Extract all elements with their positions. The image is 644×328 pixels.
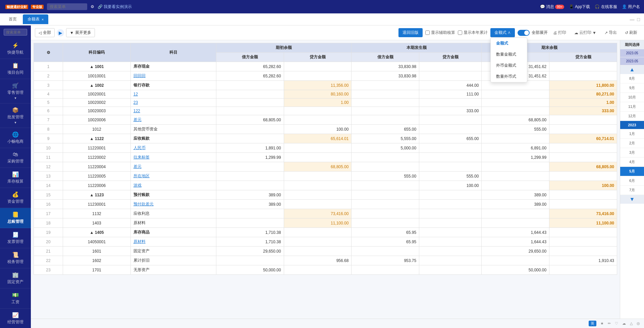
period-month-3[interactable]: 3月 bbox=[620, 148, 644, 157]
tab-balance[interactable]: 余额表 × bbox=[23, 14, 48, 24]
period-year-end[interactable]: 2023.05 bbox=[620, 57, 644, 65]
settings-col-icon[interactable]: ⚙ bbox=[47, 50, 50, 55]
settings-icon[interactable]: ⚙ bbox=[91, 4, 94, 9]
sidebar-item-accounting[interactable]: 📒 总账管理 bbox=[0, 208, 31, 228]
sidebar-item-operations[interactable]: 📈 经营管理 bbox=[0, 309, 31, 328]
period-month-12[interactable]: 12月 bbox=[620, 112, 644, 121]
account-name-cell[interactable]: 122 bbox=[130, 107, 216, 115]
expand-more-btn[interactable]: ▼ 展开更多 bbox=[66, 28, 95, 37]
period-month-10[interactable]: 10月 bbox=[620, 93, 644, 102]
sidebar-item-salary[interactable]: 💵 工资 bbox=[0, 288, 31, 309]
sidebar-item-tax[interactable]: 📜 税务管理 bbox=[0, 248, 31, 268]
demo-link[interactable]: 🔗 我要看实例演示 bbox=[98, 4, 132, 10]
all-filter-btn[interactable]: ◁ 全部 bbox=[35, 28, 55, 37]
account-name-cell[interactable]: 差元 bbox=[130, 115, 216, 125]
status-icon-heart[interactable]: ♡ bbox=[615, 321, 618, 326]
tab-close-btn[interactable]: × bbox=[42, 17, 44, 21]
ob-debit-cell bbox=[216, 99, 284, 107]
sidebar-item-purchase[interactable]: 🛍 采购管理 bbox=[0, 148, 31, 168]
dropdown-item-qty-foreign[interactable]: 数量外币式 bbox=[491, 71, 527, 82]
dropdown-item-foreign-amount[interactable]: 外币金额式 bbox=[491, 60, 527, 71]
status-icon-triangle[interactable]: △ bbox=[630, 321, 633, 326]
status-icon-star[interactable]: ★ bbox=[600, 321, 604, 326]
nav-forward-btn[interactable]: ▶ bbox=[57, 29, 64, 37]
tab-window-minimize[interactable]: — bbox=[630, 17, 635, 22]
export-btn[interactable]: ↗ 导出 bbox=[602, 28, 620, 37]
period-month-7[interactable]: 7月 bbox=[620, 186, 644, 195]
col-cc-header: 贷方金额 bbox=[419, 53, 482, 62]
account-name-cell[interactable]: 原材料 bbox=[130, 237, 216, 247]
account-name-cell[interactable]: 差元 bbox=[130, 162, 216, 172]
cloud-print-btn[interactable]: ☁ 云打印 ▼ bbox=[572, 28, 599, 37]
status-icon-circle[interactable]: ◎ bbox=[637, 321, 640, 326]
period-month-5[interactable]: 5月 bbox=[620, 167, 644, 176]
refresh-icon: ↺ bbox=[625, 30, 628, 35]
online-service-btn[interactable]: 🎧 在线客服 bbox=[595, 4, 617, 10]
account-name-cell[interactable]: 往来标签 bbox=[130, 153, 216, 162]
sidebar-item-fixedassets[interactable]: 🏢 固定资产 bbox=[0, 268, 31, 288]
toggle-on-btn[interactable] bbox=[518, 30, 530, 36]
account-name-cell[interactable]: 12 bbox=[130, 90, 216, 99]
period-month-1[interactable]: 1月 bbox=[620, 129, 644, 139]
period-month-6[interactable]: 6月 bbox=[620, 176, 644, 186]
capital-icon: 💰 bbox=[12, 191, 19, 198]
tab-home[interactable]: 首页 bbox=[4, 14, 21, 24]
account-code-cell: 1701 bbox=[63, 265, 131, 275]
ob-credit-cell bbox=[284, 172, 352, 181]
status-icon-cloud[interactable]: ☁ bbox=[622, 321, 626, 326]
dropdown-item-qty-amount[interactable]: 数量金额式 bbox=[491, 49, 527, 60]
row-num: 23 bbox=[34, 265, 63, 275]
user-avatar[interactable]: 👤 用户名 bbox=[622, 4, 640, 10]
app-download-btn[interactable]: 📱 App下载 bbox=[569, 4, 590, 10]
period-month-8[interactable]: 8月 bbox=[620, 74, 644, 83]
status-icon-lang[interactable]: 英 bbox=[589, 321, 596, 326]
auxiliary-checkbox[interactable] bbox=[425, 30, 430, 35]
period-year-start[interactable]: 2023.05 bbox=[620, 49, 644, 57]
period-up-btn[interactable]: ▲ bbox=[620, 65, 644, 74]
row-num: 6 bbox=[34, 107, 63, 115]
cb-debit-cell bbox=[482, 107, 549, 115]
sidebar-item-wholesale[interactable]: 📦 批发管理 ▼ bbox=[0, 104, 31, 128]
account-name-cell[interactable]: 回回回 bbox=[130, 71, 216, 81]
sidebar-item-retail[interactable]: 🛒 零售管理 ▼ bbox=[0, 79, 31, 104]
return-old-btn[interactable]: 退回旧版 bbox=[398, 28, 423, 37]
cb-credit-cell bbox=[549, 190, 617, 200]
sidebar-item-ecommerce[interactable]: 🌐 小畅电商 bbox=[0, 128, 31, 148]
account-name-cell[interactable]: 预付款差元 bbox=[130, 200, 216, 209]
ob-credit-cell bbox=[284, 62, 352, 71]
amount-style-btn[interactable]: 金额式 ∧ bbox=[490, 28, 515, 37]
ob-debit-cell bbox=[216, 256, 284, 265]
account-name-cell[interactable]: 所在地区 bbox=[130, 172, 216, 181]
period-month-2[interactable]: 2月 bbox=[620, 139, 644, 148]
print-btn[interactable]: 🖨 打印 bbox=[550, 28, 569, 37]
sidebar-search-input[interactable] bbox=[4, 29, 27, 36]
sidebar-item-capital[interactable]: 💰 资金管理 bbox=[0, 188, 31, 208]
cb-debit-cell: 68,805.00 bbox=[482, 115, 549, 125]
period-month-9[interactable]: 9月 bbox=[620, 83, 644, 93]
ob-credit-cell: 100.00 bbox=[284, 125, 352, 134]
period-month-4[interactable]: 4月 bbox=[620, 157, 644, 167]
ytd-checkbox[interactable] bbox=[458, 30, 462, 35]
sidebar-item-project[interactable]: 📋 项目合同 bbox=[0, 59, 31, 79]
table-row: 19 ▲ 1405 库存商品 1,710.38 65.95 1,644.43 bbox=[34, 228, 617, 237]
sidebar: ⚡ 快捷导航 📋 项目合同 🛒 零售管理 ▼ 📦 批发管理 ▼ 🌐 小畅电商 🛍… bbox=[0, 25, 31, 328]
period-year-2023[interactable]: 2023 bbox=[620, 121, 644, 129]
table-row: 3 ▲ 1002 银行存款 11,356.00 444.00 11,800.00 bbox=[34, 81, 617, 90]
account-name-cell[interactable]: 游戏 bbox=[130, 181, 216, 190]
tab-window-maximize[interactable]: □ bbox=[637, 17, 640, 22]
show-auxiliary-check[interactable]: 显示辅助核算 bbox=[425, 30, 455, 36]
dropdown-item-amount[interactable]: 金额式 bbox=[491, 38, 527, 49]
sidebar-item-invoice[interactable]: 🧾 发票管理 bbox=[0, 228, 31, 248]
cb-credit-cell: 73,416.00 bbox=[549, 209, 617, 218]
status-icon-edit[interactable]: ✏ bbox=[608, 321, 611, 326]
sidebar-item-inventory[interactable]: 📊 库存核算 bbox=[0, 168, 31, 188]
message-btn[interactable]: 💬 消息 99+ bbox=[540, 4, 564, 10]
show-ytd-check[interactable]: 显示本年累计 bbox=[458, 30, 488, 36]
account-name-cell[interactable]: 人民币 bbox=[130, 143, 216, 153]
period-month-11[interactable]: 11月 bbox=[620, 102, 644, 112]
account-name-cell[interactable]: 23 bbox=[130, 99, 216, 107]
period-down-btn[interactable]: ▼ bbox=[620, 195, 644, 204]
sidebar-item-quicknav[interactable]: ⚡ 快捷导航 bbox=[0, 39, 31, 59]
refresh-btn[interactable]: ↺ 刷新 bbox=[622, 28, 640, 37]
top-search-input[interactable] bbox=[47, 3, 87, 10]
